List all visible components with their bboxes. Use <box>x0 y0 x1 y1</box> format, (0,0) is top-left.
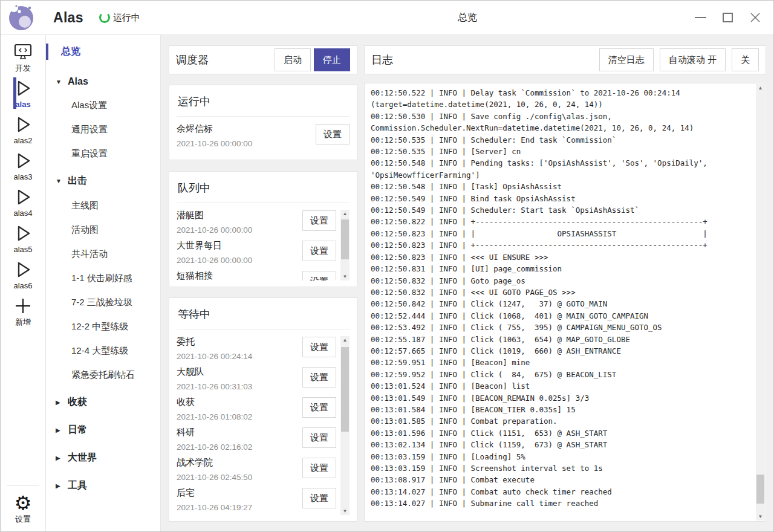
expand-arrow-icon: ▶ <box>56 427 62 433</box>
stop-button[interactable]: 停止 <box>314 48 350 71</box>
pending-scrollbar[interactable]: ▲ ▼ <box>340 210 350 281</box>
task-name: 余烬信标 <box>177 123 252 135</box>
profile-item[interactable]: alas3 <box>13 148 33 184</box>
log-line: 00:12:50.823 | INFO | <<< UI ENSURE >>> <box>371 251 750 263</box>
task-row: 科研 2021-10-26 02:16:02 设置 <box>177 427 336 457</box>
nav-item[interactable]: 1-1 伏击刷好感 <box>46 273 160 284</box>
nav-group: ▶ 大世界 <box>46 452 160 464</box>
profile-item-label: alas <box>15 100 30 108</box>
log-line-list: 00:12:50.522 | INFO | Delay task `Commis… <box>371 87 750 510</box>
profile-item-list: 开发 alas alas2 alas3 alas4 <box>13 39 33 329</box>
scrollbar-thumb[interactable] <box>756 475 764 504</box>
profile-sidebar: 开发 alas alas2 alas3 alas4 <box>1 35 46 531</box>
task-setting-button[interactable]: 设置 <box>302 210 336 231</box>
nav-item[interactable]: 共斗活动 <box>46 248 160 260</box>
settings-button[interactable]: ⚙ 设置 <box>1 489 45 527</box>
task-setting-button[interactable]: 设置 <box>302 337 336 357</box>
task-name: 委托 <box>177 336 252 348</box>
settings-label: 设置 <box>15 515 31 523</box>
expand-arrow-icon: ▶ <box>56 482 62 489</box>
log-line: 00:12:50.549 | INFO | Scheduler: Start t… <box>371 204 750 216</box>
profile-item[interactable]: 新增 <box>13 293 33 329</box>
scroll-up-icon[interactable]: ▲ <box>340 336 350 344</box>
nav-group-header[interactable]: ▶ 日常 <box>46 424 160 436</box>
task-setting-button[interactable]: 设置 <box>302 241 336 261</box>
pending-card: 队列中 潜艇图 2021-10-26 00:00:00 设置 <box>169 171 357 287</box>
task-row: 余烬信标 2021-10-26 00:00:00 设置 <box>177 123 350 154</box>
profile-item[interactable]: alas6 <box>13 256 33 293</box>
scrollbar-thumb[interactable] <box>341 219 349 259</box>
maximize-button[interactable] <box>714 1 741 35</box>
profile-item[interactable]: alas2 <box>13 111 33 148</box>
log-line: 00:13:14.027 | INFO | Submarine call tim… <box>371 498 750 509</box>
nav-item[interactable]: 重启设置 <box>46 148 160 160</box>
minimize-button[interactable] <box>687 1 714 35</box>
task-setting-button[interactable]: 设置 <box>302 271 336 281</box>
task-time: 2021-10-26 01:08:02 <box>177 412 252 421</box>
scroll-up-icon[interactable]: ▲ <box>340 210 350 218</box>
nav-group-header[interactable]: ▶ 工具 <box>46 479 160 492</box>
log-line: 00:12:50.522 | INFO | Delay task `Commis… <box>371 87 750 111</box>
task-setting-button[interactable]: 设置 <box>302 427 336 448</box>
profile-item[interactable]: alas5 <box>13 220 33 256</box>
log-line: 00:12:59.952 | INFO | Click ( 84, 675) @… <box>371 369 750 380</box>
nav-item[interactable]: 通用设置 <box>46 124 160 135</box>
nav-group-header[interactable]: ▶ 大世界 <box>46 452 160 464</box>
log-line: 00:12:59.951 | INFO | [Beacon] mine <box>371 357 750 368</box>
task-setting-button[interactable]: 设置 <box>302 458 336 478</box>
nav-item[interactable]: 主线图 <box>46 200 160 212</box>
rail-divider <box>7 485 39 485</box>
pending-list-wrap: 潜艇图 2021-10-26 00:00:00 设置 大世界每日 2021-10… <box>177 203 350 281</box>
scroll-up-icon[interactable]: ▲ <box>756 84 765 92</box>
profile-item[interactable]: 开发 <box>13 39 33 75</box>
close-button[interactable] <box>741 1 769 35</box>
task-name: 潜艇图 <box>177 210 252 221</box>
task-info: 余烬信标 2021-10-26 00:00:00 <box>177 123 252 148</box>
task-setting-button[interactable]: 设置 <box>302 488 336 508</box>
task-setting-button[interactable]: 设置 <box>302 367 336 388</box>
task-info: 战术学院 2021-10-26 02:45:50 <box>177 457 252 482</box>
task-row: 委托 2021-10-26 00:24:14 设置 <box>177 336 336 366</box>
autoscroll-on-button[interactable]: 自动滚动 开 <box>660 48 726 71</box>
log-line: 00:13:03.159 | INFO | [Loading] 5% <box>371 451 750 462</box>
nav-item[interactable]: 7-2 三战捡垃圾 <box>46 297 160 308</box>
task-setting-button[interactable]: 设置 <box>316 124 350 144</box>
scroll-down-icon[interactable]: ▼ <box>340 507 350 515</box>
nav-item-overview[interactable]: 总览 <box>46 42 160 61</box>
task-info: 收获 2021-10-26 01:08:02 <box>177 397 252 421</box>
log-line: 00:12:53.492 | INFO | Click ( 755, 395) … <box>371 322 750 333</box>
clear-log-button[interactable]: 清空日志 <box>599 48 654 71</box>
nav-item[interactable]: 紧急委托刷钻石 <box>46 369 160 381</box>
app-title: Alas <box>53 10 83 26</box>
profile-item[interactable]: alas <box>13 75 33 111</box>
nav-group-header[interactable]: ▼ Alas <box>46 76 160 87</box>
start-button[interactable]: 启动 <box>275 48 311 71</box>
running-spinner-icon <box>99 12 110 23</box>
nav-item[interactable]: 活动图 <box>46 224 160 236</box>
nav-item[interactable]: Alas设置 <box>46 100 160 111</box>
task-time: 2021-10-26 02:16:02 <box>177 443 252 452</box>
log-line: 00:12:50.549 | INFO | Bind task OpsiAshA… <box>371 193 750 204</box>
task-setting-button[interactable]: 设置 <box>302 397 336 418</box>
profile-item-label: alas5 <box>13 245 32 253</box>
nav-item[interactable]: 12-4 大型练级 <box>46 345 160 357</box>
log-scrollbar[interactable]: ▲ ▼ <box>756 84 765 521</box>
scheduler-title: 调度器 <box>176 53 209 67</box>
profile-item[interactable]: alas4 <box>13 184 33 220</box>
task-time: 2021-10-26 00:24:14 <box>177 352 252 361</box>
nav-group-label: 收获 <box>68 396 87 409</box>
scrollbar-thumb[interactable] <box>341 347 349 432</box>
nav-group-header[interactable]: ▶ 收获 <box>46 396 160 409</box>
waiting-scrollbar[interactable]: ▲ ▼ <box>340 336 350 515</box>
task-name: 短猫相接 <box>177 270 252 281</box>
autoscroll-off-button[interactable]: 关 <box>732 48 759 71</box>
scheduler-status: 运行中 <box>99 12 140 24</box>
nav-item[interactable]: 12-2 中型练级 <box>46 321 160 332</box>
nav-group-header[interactable]: ▼ 出击 <box>46 175 160 187</box>
log-line: 00:12:55.187 | INFO | Click (1063, 654) … <box>371 334 750 345</box>
task-name: 科研 <box>177 427 252 438</box>
scroll-down-icon[interactable]: ▼ <box>756 513 765 521</box>
scroll-down-icon[interactable]: ▼ <box>340 273 350 281</box>
log-line: 00:12:50.842 | INFO | Click (1247, 37) @… <box>371 298 750 310</box>
play-icon <box>14 151 32 170</box>
